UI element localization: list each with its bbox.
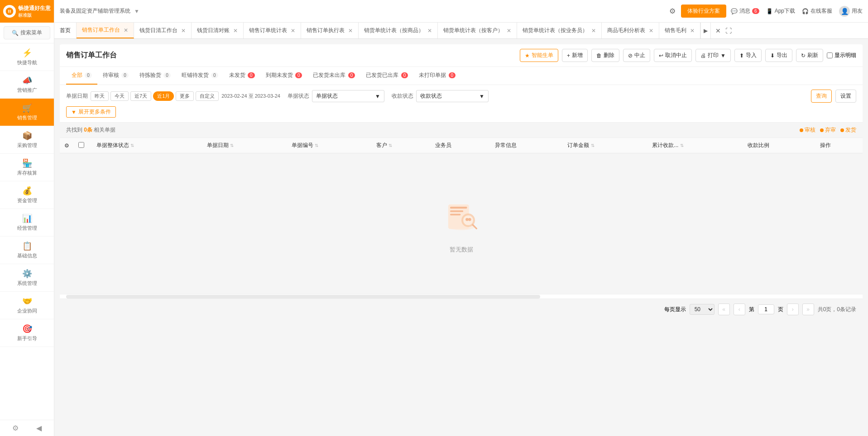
status-sort-icon[interactable]: ⇅ [130,143,134,148]
tab-close-cash-reconcile[interactable]: ✕ [233,28,238,34]
sidebar-settings-btn[interactable]: ⚙ [12,424,19,432]
search-menu-button[interactable]: 🔍 搜索菜单 [4,26,50,39]
tab-cash-reconcile[interactable]: 钱货日清对账 ✕ [192,23,244,38]
tab-gross-profit[interactable]: 商品毛利分析表 ✕ [602,23,659,38]
date-btn-custom[interactable]: 自定义 [196,91,219,101]
sub-tab-expired[interactable]: 到期未发货 0 [260,67,308,85]
tab-sales-goods-stat[interactable]: 销货单统计表（按商品） ✕ [359,23,438,38]
settings-icon[interactable]: ⚙ [64,142,69,149]
add-button[interactable]: + 新增 [562,49,588,62]
review-action[interactable]: 审核 [800,126,815,134]
page-size-select[interactable]: 10 20 50 100 [690,304,715,315]
sidebar-item-marketing[interactable]: 📣 营销推广 [0,71,54,99]
tab-cash-daily[interactable]: 钱货日清工作台 ✕ [134,23,192,38]
delete-button[interactable]: 🗑 删除 [591,49,619,62]
query-button[interactable]: 查询 [811,90,832,103]
sub-tab-pending-review[interactable]: 待审核 0 [97,67,134,85]
tab-sales-profit[interactable]: 销售毛利 ✕ [659,23,700,38]
tab-close-gross-profit[interactable]: ✕ [649,28,653,34]
sub-tab-expired-badge: 0 [295,72,302,78]
sidebar-item-purchase[interactable]: 📦 采购管理 [0,126,54,154]
refresh-button[interactable]: ↻ 刷新 [796,49,823,62]
tabs-more-btn[interactable]: ▶ [700,23,710,38]
cancel-review-action[interactable]: 弃审 [820,126,836,134]
tab-close-sales-exec[interactable]: ✕ [348,28,353,34]
tab-close-cash-daily[interactable]: ✕ [181,28,186,34]
date-btn-yesterday[interactable]: 昨天 [91,91,109,101]
payment-filter-select[interactable]: 收款状态 ▼ [416,90,489,102]
tab-home[interactable]: 首页 [54,23,77,38]
smart-generate-button[interactable]: ★ 智能生单 [520,49,558,62]
page-number-input[interactable] [758,304,774,314]
ship-action[interactable]: 发货 [840,126,856,134]
sidebar-item-operations[interactable]: 📊 经营管理 [0,209,54,237]
topbar-dropdown-icon[interactable]: ▼ [134,8,139,14]
sidebar-item-label: 经营管理 [17,225,37,232]
show-detail-label[interactable]: 显示明细 [827,52,856,59]
date-btn-more[interactable]: 更多 [176,91,194,101]
sub-tab-shipped-not-out[interactable]: 已发货未出库 0 [307,67,360,85]
date-btn-7days[interactable]: 近7天 [130,91,151,101]
sub-tab-wangpu[interactable]: 旺铺待发货 0 [176,67,224,85]
sidebar-item-sales[interactable]: 🛒 销售管理 [0,99,54,126]
tab-close-all-btn[interactable]: ✕ [714,26,723,35]
customer-sort-icon[interactable]: ⇅ [388,143,392,148]
sub-tab-shipped-out[interactable]: 已发货已出库 0 [360,67,413,85]
sidebar-item-system[interactable]: ⚙️ 系统管理 [0,264,54,292]
date-sort-icon[interactable]: ⇅ [230,143,234,148]
tab-close-sales-goods-stat[interactable]: ✕ [427,28,432,34]
amount-sort-icon[interactable]: ⇅ [591,143,595,148]
purchase-icon: 📦 [22,131,32,141]
online-service-item[interactable]: 🎧 在线客服 [802,7,832,15]
show-detail-checkbox[interactable] [827,52,833,58]
topbar-settings-icon[interactable]: ⚙ [669,7,676,15]
sub-tab-pending-inspect[interactable]: 待拣验货 0 [134,67,176,85]
sub-tab-not-shipped[interactable]: 未发货 0 [224,67,260,85]
tab-maximize-btn[interactable]: ⛶ [724,26,734,35]
sidebar-item-quick-nav[interactable]: ⚡ 快捷导航 [0,43,54,71]
sidebar-collapse-btn[interactable]: ◀ [36,424,42,432]
tab-sales-customer-stat[interactable]: 销货单统计表（按客户） ✕ [438,23,517,38]
stop-button[interactable]: ⊘ 中止 [623,49,650,62]
sidebar-item-enterprise[interactable]: 🤝 企业协同 [0,292,54,319]
expand-conditions-button[interactable]: ▼ 展开更多条件 [66,106,116,118]
sidebar-item-finance[interactable]: 💰 资金管理 [0,181,54,209]
sub-tab-pending-review-badge: 0 [121,72,129,78]
user-area[interactable]: 👤 用友 [839,6,863,17]
tab-sales-exec[interactable]: 销售订单执行表 ✕ [301,23,359,38]
print-button[interactable]: 🖨 打印 ▼ [695,49,731,62]
export-button[interactable]: ⬇ 导出 [765,49,792,62]
sidebar-item-inventory[interactable]: 🏪 库存核算 [0,154,54,181]
tab-sales-staff-stat[interactable]: 销货单统计表（按业务员） ✕ [517,23,602,38]
sidebar: 畅捷通好生意 标准版 🔍 搜索菜单 ⚡ 快捷导航 📣 营销推广 🛒 销售管理 📦… [0,0,54,436]
import-button[interactable]: ⬆ 导入 [734,49,762,62]
tab-close-sales-staff-stat[interactable]: ✕ [591,28,596,34]
number-sort-icon[interactable]: ⇅ [315,143,318,148]
horizontal-scrollbar[interactable] [66,295,540,299]
solution-button[interactable]: 体验行业方案 [681,5,726,18]
received-sort-icon[interactable]: ⇅ [680,143,684,148]
sub-tab-not-printed[interactable]: 未打印单据 0 [413,67,461,85]
select-all-checkbox[interactable] [78,142,84,148]
sidebar-item-guide[interactable]: 🎯 新手引导 [0,319,54,347]
sidebar-item-basic-info[interactable]: 📋 基础信息 [0,237,54,264]
tab-close-sales-profit[interactable]: ✕ [690,28,695,34]
date-btn-today[interactable]: 今天 [110,91,129,101]
filter-settings-button[interactable]: 设置 [835,90,856,103]
tab-close-sales-workbench[interactable]: ✕ [124,27,128,33]
last-page-button[interactable]: » [802,303,814,315]
sub-tab-all[interactable]: 全部 0 [66,67,97,85]
date-btn-1month[interactable]: 近1月 [153,91,174,101]
app-download-item[interactable]: 📱 App下载 [766,7,795,15]
cancel-stop-button[interactable]: ↩ 取消中止 [654,49,692,62]
first-page-button[interactable]: « [718,303,730,315]
message-item[interactable]: 💬 消息 6 [731,7,759,15]
next-page-button[interactable]: › [787,303,799,315]
status-filter-select[interactable]: 单据状态 ▼ [312,90,384,102]
tab-close-sales-customer-stat[interactable]: ✕ [507,28,511,34]
tab-sales-customer-stat-label: 销货单统计表（按客户） [443,27,503,34]
prev-page-button[interactable]: ‹ [734,303,745,315]
tab-close-sales-stat[interactable]: ✕ [291,28,295,34]
tab-sales-workbench[interactable]: 销售订单工作台 ✕ [77,23,134,38]
tab-sales-stat[interactable]: 销售订单统计表 ✕ [244,23,301,38]
